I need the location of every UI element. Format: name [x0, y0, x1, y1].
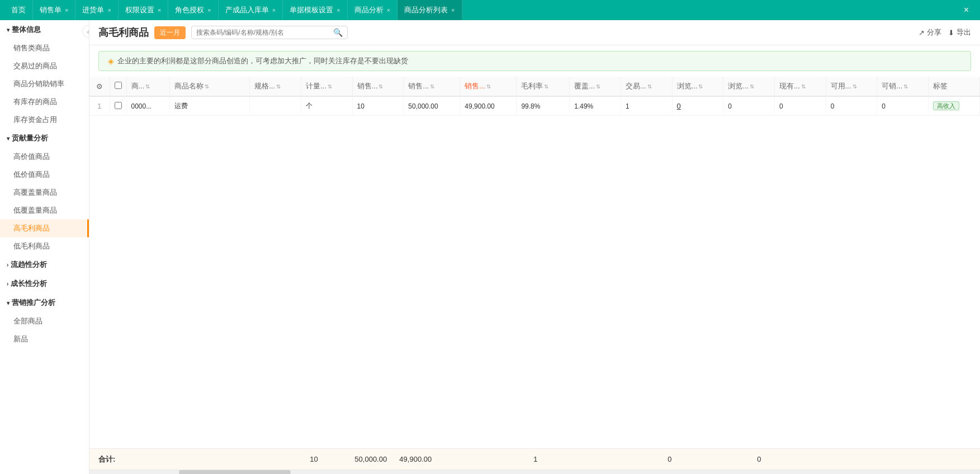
sidebar-group-trend[interactable]: › 流趋性分析 [0, 255, 89, 274]
share-icon: ↗ [919, 29, 925, 37]
nav-home[interactable]: 首页 [4, 0, 33, 20]
close-role-auth[interactable]: × [207, 7, 211, 13]
select-all-checkbox[interactable] [115, 82, 122, 89]
browse1-link[interactable]: 0 [677, 102, 681, 110]
sort-icon-unit[interactable]: ⇅ [328, 83, 332, 90]
filter-month-button[interactable]: 近一月 [154, 26, 186, 39]
cell-transaction: 1 [621, 96, 672, 116]
col-sellable: 可销... ⇅ [877, 77, 929, 96]
nav-product-analysis[interactable]: 商品分析 × [348, 0, 397, 20]
cell-gross-margin: 99.8% [517, 96, 570, 116]
cell-browse2: 0 [723, 96, 775, 116]
cell-code: 0000... [126, 96, 169, 116]
row-checkbox-cell[interactable] [110, 96, 126, 116]
footer-cell-sales-qty: 10 [305, 455, 350, 463]
footer-cell-empty4 [261, 455, 305, 463]
cell-browse1[interactable]: 0 [672, 96, 723, 116]
footer-cell-sellable: 0 [752, 455, 797, 463]
footer-label: 合计: [98, 454, 115, 464]
sidebar-item-high-value[interactable]: 高价值商品 [0, 148, 89, 166]
data-table: ⚙ 商... ⇅ 商品名称 [89, 77, 980, 116]
sidebar-group-marketing[interactable]: ▾ 营销推广分析 [0, 293, 89, 312]
table-row: 1 0000... 运费 个 10 50,000.00 49,900.00 99… [89, 96, 980, 116]
info-banner: ◈ 企业的主要的利润都是这部分商品创造的，可考虑加大推广，同时关注库存是不要出现… [98, 51, 971, 71]
col-code: 商... ⇅ [126, 77, 169, 96]
close-product-analysis-list[interactable]: × [451, 7, 455, 13]
nav-purchase-order[interactable]: 进货单 × [75, 0, 118, 20]
export-button[interactable]: ⬇ 导出 [948, 27, 971, 37]
close-sales-order[interactable]: × [65, 7, 68, 13]
close-product-analysis[interactable]: × [387, 7, 390, 13]
sidebar-group-overall[interactable]: ▾ 整体信息 [0, 20, 89, 39]
sidebar-item-stock-capital[interactable]: 库存资金占用 [0, 111, 89, 129]
nav-product-analysis-list[interactable]: 商品分析列表 × [397, 0, 462, 20]
group-arrow-trend: › [7, 262, 8, 268]
nav-permission-settings[interactable]: 权限设置 × [119, 0, 168, 20]
sort-icon-current-stock[interactable]: ⇅ [801, 83, 806, 90]
sidebar-item-distribution-rate[interactable]: 商品分销助销率 [0, 75, 89, 93]
cell-sales-amt: 50,000.00 [404, 96, 460, 116]
nav-role-auth[interactable]: 角色授权 × [168, 0, 218, 20]
cell-coverage: 1.49% [570, 96, 621, 116]
group-arrow-contribution: ▾ [7, 135, 10, 142]
col-name: 商品名称 ⇅ [169, 77, 250, 96]
cell-current-stock: 0 [774, 96, 826, 116]
cell-tag: 高收入 [929, 96, 980, 116]
sort-icon-browse2[interactable]: ⇅ [750, 83, 754, 90]
nav-product-inbound[interactable]: 产成品入库单 × [219, 0, 283, 20]
sort-icon-sales-amt[interactable]: ⇅ [430, 83, 434, 90]
sort-icon-gross-margin[interactable]: ⇅ [544, 83, 548, 90]
close-permission-settings[interactable]: × [158, 7, 161, 13]
sidebar-item-high-coverage[interactable]: 高覆盖量商品 [0, 184, 89, 201]
col-checkbox[interactable] [110, 77, 126, 96]
close-purchase-order[interactable]: × [107, 7, 111, 13]
sort-icon-code[interactable]: ⇅ [145, 83, 150, 90]
col-current-stock: 现有... ⇅ [774, 77, 826, 96]
scrollbar-thumb[interactable] [179, 470, 291, 474]
horizontal-scrollbar[interactable] [89, 470, 980, 474]
col-settings[interactable]: ⚙ [89, 77, 110, 96]
sort-icon-sales-qty[interactable]: ⇅ [378, 83, 383, 90]
sort-icon-spec[interactable]: ⇅ [276, 83, 281, 90]
sidebar-item-stock-goods[interactable]: 有库存的商品 [0, 93, 89, 111]
sort-icon-browse1[interactable]: ⇅ [698, 83, 703, 90]
nav-sales-order[interactable]: 销售单 × [33, 0, 75, 20]
close-template-settings[interactable]: × [337, 7, 340, 13]
sidebar-item-all-goods[interactable]: 全部商品 [0, 312, 89, 330]
tag-badge: 高收入 [933, 101, 959, 110]
sort-icon-available[interactable]: ⇅ [853, 83, 857, 90]
footer-cell-gm [439, 455, 484, 463]
sort-icon-sales-cost[interactable]: ⇅ [486, 83, 491, 90]
col-browse1: 浏览... ⇅ [672, 77, 723, 96]
row-checkbox[interactable] [115, 102, 122, 109]
share-button[interactable]: ↗ 分享 [919, 27, 941, 37]
sidebar-item-new-goods[interactable]: 新品 [0, 330, 89, 348]
sidebar-group-contribution[interactable]: ▾ 贡献量分析 [0, 129, 89, 148]
footer-cell-sales-cost: 49,900.00 [395, 455, 439, 463]
sidebar-item-traded-goods[interactable]: 交易过的商品 [0, 57, 89, 75]
main-layout: « ▾ 整体信息 销售类商品 交易过的商品 商品分销助销率 有库存的商品 库存资… [0, 20, 980, 474]
sidebar-item-sales-goods[interactable]: 销售类商品 [0, 39, 89, 57]
table-wrapper: ⚙ 商... ⇅ 商品名称 [89, 77, 980, 448]
group-arrow-marketing: ▾ [7, 300, 10, 306]
sidebar-group-growth[interactable]: › 成长性分析 [0, 274, 89, 293]
settings-icon[interactable]: ⚙ [96, 82, 103, 91]
sidebar-item-low-value[interactable]: 低价值商品 [0, 166, 89, 184]
sort-icon-sellable[interactable]: ⇅ [903, 83, 908, 90]
col-available: 可用... ⇅ [826, 77, 877, 96]
close-product-inbound[interactable]: × [272, 7, 276, 13]
col-sales-qty: 销售... ⇅ [352, 77, 404, 96]
sort-icon-coverage[interactable]: ⇅ [596, 83, 600, 90]
nav-template-settings[interactable]: 单据模板设置 × [283, 0, 347, 20]
sidebar-item-high-margin[interactable]: 高毛利商品 [0, 219, 89, 237]
search-input[interactable] [196, 29, 331, 36]
footer-cell-empty2 [171, 455, 216, 463]
sidebar-item-low-coverage[interactable]: 低覆盖量商品 [0, 201, 89, 219]
col-spec: 规格... ⇅ [250, 77, 301, 96]
cell-name: 运费 [169, 96, 250, 116]
search-icon[interactable]: 🔍 [333, 28, 343, 37]
sort-icon-transaction[interactable]: ⇅ [647, 83, 652, 90]
sort-icon-name[interactable]: ⇅ [205, 83, 209, 90]
sidebar-item-low-margin[interactable]: 低毛利商品 [0, 237, 89, 255]
close-app-button[interactable]: × [957, 5, 976, 15]
